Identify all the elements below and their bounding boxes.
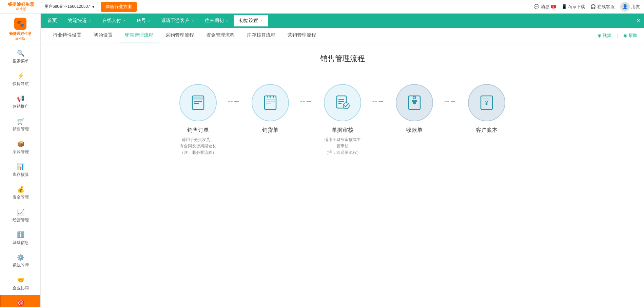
quicknav-icon: ⚡ [17, 72, 24, 80]
step-desc-3: 适用于财务审核或主管审核（注：非必要流程） [324, 137, 361, 156]
subnav-finance-flow[interactable]: 资金管理流程 [201, 29, 240, 42]
page-title: 销售管理流程 [54, 54, 630, 64]
subnav-sales-flow-label: 销售管理流程 [125, 32, 153, 38]
sidebar-item-basicinfo[interactable]: ℹ️ 基础信息 [0, 227, 40, 250]
user-selector[interactable]: 用户690企业1660120507 ▾ [41, 2, 98, 11]
svg-rect-5 [265, 96, 276, 109]
message-button[interactable]: 💬 消息 6 [534, 4, 556, 10]
search-icon: 🔍 [17, 49, 24, 57]
sidebar-label-system: 系统管理 [13, 263, 29, 268]
dropdown-icon: ▾ [92, 4, 94, 9]
flow-step-sales-order: 销售订单 适用于分批发货、有合同发货周期较长（注：非必要流程） [171, 84, 225, 156]
flow-circle-sales-order[interactable] [179, 84, 217, 121]
top-bar: 畅捷通好生意 标准版 用户690企业1660120507 ▾ 体验行业方案 💬 … [0, 0, 644, 14]
tab-invite[interactable]: 邀请下游客户 × [156, 15, 199, 26]
purchase-icon: 📦 [17, 140, 24, 148]
sidebar-label-inventory: 库存核算 [13, 172, 29, 178]
subnav-purchase-flow[interactable]: 采购管理流程 [160, 29, 199, 42]
main-content: 销售管理流程 销售订单 [41, 43, 644, 307]
help-btn[interactable]: ◉ 帮助 [623, 33, 637, 39]
step-name-5: 客户账本 [476, 127, 497, 134]
subnav-init[interactable]: 初始设置 [88, 29, 118, 42]
collab-icon: 🤝 [17, 277, 24, 284]
online-service-button[interactable]: 🎧 在线客服 [590, 4, 615, 10]
receipt-icon: ¥ [406, 94, 423, 111]
tab-logistics-close[interactable]: × [89, 18, 91, 23]
sales-order-icon [190, 94, 207, 111]
finance-icon: 💰 [17, 186, 24, 193]
online-service-label: 在线客服 [597, 4, 615, 10]
video-btn[interactable]: ◉ 视频 [598, 33, 611, 39]
sidebar-item-system[interactable]: ⚙️ 系统管理 [0, 250, 40, 272]
tab-logistics-label: 物流快递 [68, 18, 87, 24]
sidebar-item-collab[interactable]: 🤝 企业协同 [0, 272, 40, 295]
sidebar-item-search[interactable]: 🔍 搜索菜单 [0, 45, 40, 68]
user-menu[interactable]: 👤 用友 [620, 2, 640, 12]
avatar: 👤 [620, 2, 630, 12]
sidebar-item-newguide[interactable]: 🎯 新手引导 [0, 295, 40, 307]
arrow-icon-3: --→ [372, 97, 385, 106]
sidebar-item-inventory[interactable]: 📊 库存核算 [0, 159, 40, 182]
tab-home-label: 首页 [47, 18, 57, 24]
svg-rect-8 [266, 103, 271, 104]
divider: | [617, 33, 618, 38]
trial-button[interactable]: 体验行业方案 [101, 2, 137, 12]
sidebar-item-operations[interactable]: 📈 经营管理 [0, 204, 40, 227]
tab-payment[interactable]: 在线支付 × [97, 15, 131, 26]
sidebar-item-purchase[interactable]: 📦 采购管理 [0, 136, 40, 159]
tab-account[interactable]: 账号 × [131, 15, 156, 26]
sidebar-label-operations: 经营管理 [13, 217, 29, 223]
tab-logistics[interactable]: 物流快递 × [62, 15, 97, 26]
tab-period[interactable]: 往来期初 × [199, 15, 234, 26]
sidebar-item-quicknav[interactable]: ⚡ 快捷导航 [0, 68, 40, 91]
tab-init-close[interactable]: × [260, 18, 262, 23]
user-selector-text: 用户690企业1660120507 [44, 4, 90, 9]
flow-circle-receipt[interactable]: ¥ [396, 84, 433, 121]
top-bar-right: 💬 消息 6 📱 App下载 🎧 在线客服 👤 用友 [534, 2, 640, 12]
flow-step-shipment: 销货单 [243, 84, 297, 137]
ledger-icon: ¥ [478, 94, 495, 111]
nav-close-all[interactable]: × [634, 18, 643, 24]
svg-rect-7 [266, 101, 275, 102]
headset-icon: 🎧 [590, 4, 596, 9]
sales-icon: 🛒 [17, 118, 24, 125]
flow-circle-audit[interactable] [324, 84, 361, 121]
message-icon: 💬 [534, 4, 539, 9]
tab-invite-close[interactable]: × [192, 18, 194, 23]
tab-period-label: 往来期初 [205, 18, 224, 24]
tab-init[interactable]: 初始设置 × [234, 15, 268, 26]
sidebar-logo: 🐾 畅捷通好生意 标准版 [0, 14, 40, 45]
flow-arrow-1: --→ [225, 97, 243, 106]
step-name-1: 销售订单 [187, 127, 209, 134]
tab-payment-label: 在线支付 [102, 18, 121, 24]
step-name-2: 销货单 [262, 127, 278, 134]
sidebar-item-marketing[interactable]: 📢 营销推广 [0, 91, 40, 114]
sub-nav: 行业特性设置 初始设置 销售管理流程 采购管理流程 资金管理流程 库存核算流程 [41, 28, 644, 43]
flow-circle-shipment[interactable] [252, 84, 289, 121]
flow-arrow-2: --→ [297, 97, 315, 106]
flow-circle-ledger[interactable]: ¥ [468, 84, 505, 121]
subnav-sales-flow[interactable]: 销售管理流程 [119, 29, 159, 42]
tab-home[interactable]: 首页 [42, 15, 62, 26]
tab-account-close[interactable]: × [148, 18, 150, 23]
subnav-purchase-flow-label: 采购管理流程 [165, 32, 194, 38]
flow-arrow-3: --→ [370, 97, 388, 106]
message-badge: 6 [551, 5, 556, 8]
tab-period-close[interactable]: × [226, 18, 228, 23]
sidebar-item-finance[interactable]: 💰 资金管理 [0, 182, 40, 204]
app-download-button[interactable]: 📱 App下载 [562, 4, 585, 10]
subnav-inventory-flow[interactable]: 库存核算流程 [241, 29, 281, 42]
sidebar-label-finance: 资金管理 [13, 195, 29, 200]
subnav-industry[interactable]: 行业特性设置 [47, 29, 87, 42]
subnav-marketing-flow[interactable]: 营销管理流程 [282, 29, 321, 42]
step-name-4: 收款单 [406, 127, 423, 134]
tab-payment-close[interactable]: × [123, 18, 125, 23]
sidebar-item-sales[interactable]: 🛒 销售管理 [0, 114, 40, 136]
top-bar-left: 畅捷通好生意 标准版 用户690企业1660120507 ▾ 体验行业方案 [4, 2, 137, 12]
sidebar-label-quicknav: 快捷导航 [13, 81, 29, 87]
sidebar-label-search: 搜索菜单 [13, 58, 29, 64]
main-area: 🐾 畅捷通好生意 标准版 🔍 搜索菜单 ⚡ 快捷导航 📢 营销推广 🛒 销售管理 [0, 14, 644, 307]
logo-title: 畅捷通好生意 [8, 2, 34, 7]
newguide-icon: 🎯 [17, 299, 24, 307]
subnav-finance-flow-label: 资金管理流程 [206, 32, 235, 38]
